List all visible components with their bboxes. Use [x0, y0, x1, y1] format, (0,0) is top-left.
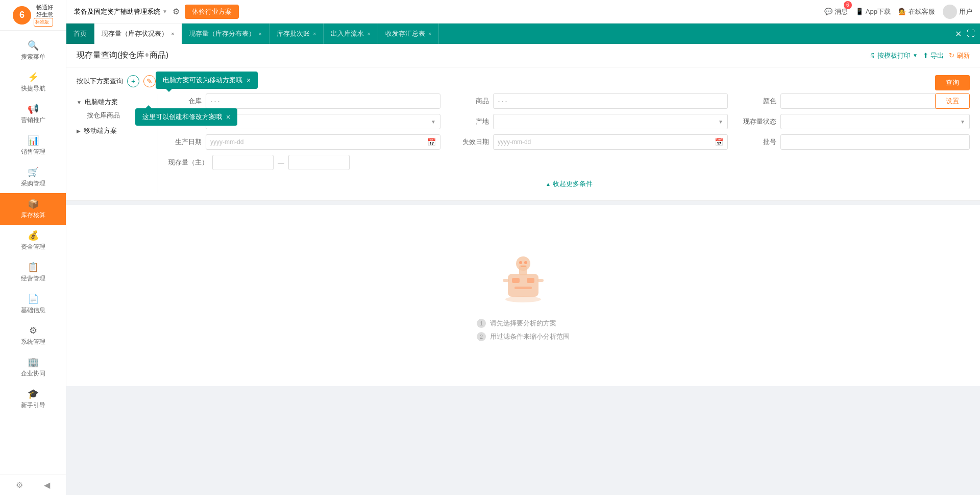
tab-in-out-flow-close[interactable]: ×: [367, 31, 370, 37]
export-button[interactable]: ⬆ 导出: [923, 51, 944, 60]
empty-step-1: 1 请先选择要分析的方案: [477, 319, 570, 328]
inventory-qty-min-input[interactable]: [212, 155, 274, 170]
tab-batch-account-label: 库存批次账: [277, 29, 310, 38]
goods-field: 商品 ···: [456, 93, 728, 109]
tooltip1-close-button[interactable]: ×: [247, 76, 251, 84]
dropdown-icon: ▼: [162, 9, 167, 14]
goods-input[interactable]: ···: [493, 93, 728, 109]
print-button[interactable]: 🖨 按模板打印 ▼: [869, 51, 918, 60]
tabs-right-controls: ✕ ⛶: [955, 29, 980, 39]
online-service-button[interactable]: 💁 在线客服: [898, 7, 935, 16]
sidebar-item-label: 新手引导: [21, 401, 45, 410]
sidebar-item-purchase[interactable]: 🛒 采购管理: [0, 161, 66, 193]
sidebar: 6 畅通好 好生意 标准版 🔍 搜索菜单 ⚡ 快捷导航 📢 营销推广 📊 销售管…: [0, 0, 66, 495]
tab-inventory-dist-close[interactable]: ×: [258, 31, 261, 37]
tab-inventory-dist[interactable]: 现存量（库存分布表） ×: [182, 23, 269, 44]
tab-home[interactable]: 首页: [66, 23, 94, 44]
production-date-input[interactable]: yyyy-mm-dd 📅: [206, 134, 440, 150]
add-scheme-button[interactable]: +: [127, 75, 139, 87]
sidebar-item-basic-info[interactable]: 📄 基础信息: [0, 288, 66, 320]
sidebar-bottom: ⚙ ◀: [0, 475, 66, 495]
step1-number: 1: [477, 319, 486, 328]
tab-collect-send-close[interactable]: ×: [428, 31, 431, 37]
production-date-calendar-icon[interactable]: 📅: [427, 138, 436, 146]
search-button[interactable]: 查询: [935, 75, 970, 90]
sidebar-item-marketing[interactable]: 📢 营销推广: [0, 98, 66, 130]
collapse-sidebar-button[interactable]: ◀: [44, 480, 50, 490]
sidebar-item-operations[interactable]: 📋 经营管理: [0, 256, 66, 288]
expiry-date-calendar-icon[interactable]: 📅: [715, 138, 723, 146]
tabs-bar: 首页 现存量（库存状况表） × 现存量（库存分布表） × 库存批次账 × 出入库…: [66, 23, 980, 44]
empty-illustration: [493, 246, 554, 309]
svg-rect-2: [512, 278, 520, 283]
reset-button[interactable]: 设置: [935, 93, 970, 109]
empty-steps-list: 1 请先选择要分析的方案 2 用过滤条件来缩小分析范围: [477, 319, 570, 345]
goods-dots: ···: [498, 96, 508, 107]
sidebar-item-label: 企业协同: [21, 369, 45, 378]
tab-collect-send-label: 收发存汇总表: [385, 29, 425, 38]
tab-batch-account-close[interactable]: ×: [313, 31, 316, 37]
sidebar-item-quick-nav[interactable]: ⚡ 快捷导航: [0, 66, 66, 98]
tab-collect-send[interactable]: 收发存汇总表 ×: [378, 23, 439, 44]
size-select[interactable]: ▼: [206, 114, 440, 129]
settings-button[interactable]: ⚙: [16, 480, 23, 490]
tabs-close-all-button[interactable]: ✕: [955, 29, 962, 39]
warehouse-label: 仓库: [168, 97, 202, 106]
empty-step-2: 2 用过滤条件来缩小分析范围: [477, 332, 570, 341]
collapse-label: 收起更多条件: [553, 179, 593, 188]
color-label: 颜色: [743, 97, 776, 106]
warehouse-dots: ···: [210, 96, 221, 107]
scheme-group-mobile: ▶ 移动端方案: [77, 124, 153, 137]
inventory-qty-label: 现存量（主）: [168, 158, 208, 167]
desktop-group-arrow: ▼: [77, 100, 82, 105]
batch-no-input[interactable]: [780, 134, 970, 150]
system-selector[interactable]: 装备及固定资产辅助管理系统 ▼: [74, 7, 167, 16]
sidebar-item-guide[interactable]: 🎓 新手引导: [0, 383, 66, 415]
logo-text: 畅通好 好生意: [36, 4, 53, 18]
user-avatar: [943, 5, 957, 19]
tab-inventory-status[interactable]: 现存量（库存状况表） ×: [94, 23, 182, 44]
warehouse-input[interactable]: ···: [206, 93, 440, 109]
refresh-button[interactable]: ↻ 刷新: [949, 51, 970, 60]
tab-batch-account[interactable]: 库存批次账 ×: [270, 23, 324, 44]
tooltip2-close-button[interactable]: ×: [226, 113, 230, 121]
settings-gear-button[interactable]: ⚙: [173, 7, 180, 16]
user-label: 用户: [959, 7, 972, 16]
collapse-more-button[interactable]: ▲ 收起更多条件: [168, 175, 970, 193]
inventory-status-select[interactable]: ▼: [780, 114, 970, 129]
message-badge: 6: [844, 1, 852, 9]
batch-no-label: 批号: [743, 137, 776, 147]
form-row-2: 尺码 ▼ 产地 ▼: [168, 114, 970, 129]
expiry-date-field: 失效日期 yyyy-mm-dd 📅: [456, 134, 728, 150]
app-download-label: App下载: [866, 7, 891, 16]
sidebar-item-label: 搜索菜单: [21, 53, 45, 61]
sidebar-item-search-menu[interactable]: 🔍 搜索菜单: [0, 35, 66, 66]
tab-home-label: 首页: [74, 29, 87, 38]
trial-industry-button[interactable]: 体验行业方案: [185, 5, 239, 19]
search-label: 按以下方案查询: [77, 77, 123, 86]
sidebar-item-finance[interactable]: 💰 资金管理: [0, 225, 66, 256]
origin-field: 产地 ▼: [456, 114, 728, 129]
expiry-date-input[interactable]: yyyy-mm-dd 📅: [493, 134, 728, 150]
sidebar-nav: 🔍 搜索菜单 ⚡ 快捷导航 📢 营销推广 📊 销售管理 🛒 采购管理 📦 库存核…: [0, 31, 66, 475]
edit-scheme-button[interactable]: ✎: [143, 75, 156, 87]
tab-in-out-flow[interactable]: 出入库流水 ×: [324, 23, 378, 44]
form-row-4: 现存量（主） —: [168, 155, 970, 170]
sidebar-item-inventory[interactable]: 📦 库存核算: [0, 193, 66, 225]
app-download-button[interactable]: 📱 App下载: [855, 7, 891, 16]
tab-inventory-status-close[interactable]: ×: [171, 31, 174, 37]
scheme-group-desktop-header[interactable]: ▼ 电脑端方案: [77, 96, 153, 109]
sidebar-item-enterprise[interactable]: 🏢 企业协同: [0, 351, 66, 383]
sidebar-item-label: 营销推广: [21, 116, 45, 125]
inventory-qty-max-input[interactable]: [288, 155, 350, 170]
svg-rect-9: [521, 266, 526, 267]
origin-select[interactable]: ▼: [493, 114, 728, 129]
user-profile-button[interactable]: 用户: [943, 5, 972, 19]
logo-badge: 标准版: [34, 18, 53, 27]
message-button[interactable]: 💬 6 消息: [824, 7, 848, 16]
sidebar-item-system[interactable]: ⚙ 系统管理: [0, 320, 66, 351]
tabs-maximize-button[interactable]: ⛶: [967, 29, 975, 38]
sidebar-item-sales[interactable]: 📊 销售管理: [0, 130, 66, 161]
sidebar-item-label: 基础信息: [21, 306, 45, 315]
scheme-group-mobile-header[interactable]: ▶ 移动端方案: [77, 124, 153, 137]
